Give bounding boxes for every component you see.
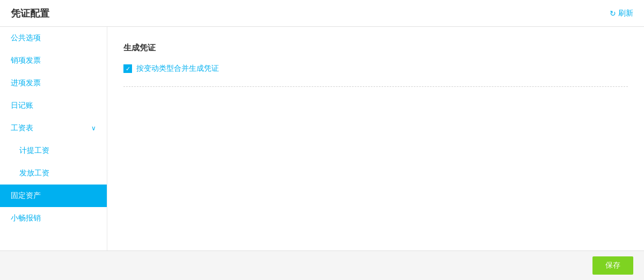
sidebar-item-sales-invoice[interactable]: 销项发票 (0, 49, 107, 72)
merge-type-checkbox[interactable]: ✓ (123, 64, 132, 73)
sidebar-item-public-options[interactable]: 公共选项 (0, 27, 107, 49)
sidebar-item-pay-wages[interactable]: 发放工资 (0, 162, 107, 185)
save-button[interactable]: 保存 (592, 256, 633, 275)
sidebar: 公共选项销项发票进项发票日记账工资表∨计提工资发放工资固定资产小畅报销 (0, 27, 107, 250)
sidebar-item-label: 公共选项 (11, 33, 41, 43)
chevron-down-icon: ∨ (91, 124, 96, 132)
refresh-icon: ↻ (610, 9, 616, 18)
page-title: 凭证配置 (11, 7, 49, 20)
page-footer: 保存 (0, 250, 644, 280)
main-container: 公共选项销项发票进项发票日记账工资表∨计提工资发放工资固定资产小畅报销 生成凭证… (0, 27, 644, 250)
sidebar-item-label: 固定资产 (11, 191, 41, 201)
check-icon: ✓ (126, 66, 130, 72)
sidebar-item-journal[interactable]: 日记账 (0, 94, 107, 117)
page-header: 凭证配置 ↻ 刷新 (0, 0, 644, 27)
refresh-label: 刷新 (618, 9, 633, 18)
sidebar-item-fixed-assets[interactable]: 固定资产 (0, 185, 107, 207)
sidebar-item-label: 进项发票 (11, 78, 41, 88)
sidebar-item-label: 小畅报销 (11, 213, 41, 223)
sidebar-item-payroll-table[interactable]: 工资表∨ (0, 117, 107, 139)
sidebar-item-purchase-invoice[interactable]: 进项发票 (0, 72, 107, 94)
checkbox-label: 按变动类型合并生成凭证 (136, 64, 219, 73)
section-title: 生成凭证 (123, 43, 628, 53)
checkbox-row: ✓ 按变动类型合并生成凭证 (123, 64, 628, 73)
refresh-button[interactable]: ↻ 刷新 (610, 9, 633, 18)
sidebar-item-commission-wages[interactable]: 计提工资 (0, 139, 107, 162)
sidebar-item-petty-expense[interactable]: 小畅报销 (0, 207, 107, 230)
sidebar-item-label: 销项发票 (11, 56, 41, 65)
sidebar-item-label: 日记账 (11, 101, 33, 110)
content-area: 生成凭证 ✓ 按变动类型合并生成凭证 (107, 27, 644, 250)
sidebar-item-label: 发放工资 (19, 168, 49, 178)
section-divider (123, 86, 628, 87)
sidebar-item-label: 工资表 (11, 123, 33, 133)
sidebar-item-label: 计提工资 (19, 146, 49, 156)
